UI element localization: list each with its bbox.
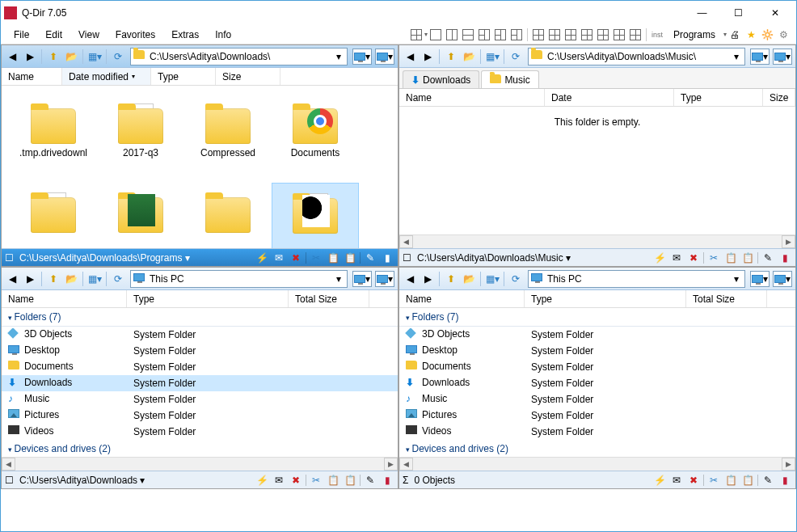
layout-4-button[interactable] [409, 27, 424, 42]
copy-icon[interactable]: 📋 [723, 251, 738, 265]
status-checkbox[interactable]: ☐ [5, 475, 14, 486]
refresh-button[interactable]: ⟳ [110, 271, 126, 287]
flash-icon[interactable]: ⚡ [255, 473, 269, 488]
group-header[interactable]: Devices and drives (2) [2, 440, 398, 457]
content-area[interactable]: Folders (7) 3D Objects System Folder Des… [2, 308, 398, 457]
folder-item[interactable] [97, 183, 184, 248]
scroll-left[interactable]: ◀ [399, 235, 413, 248]
scroll-left[interactable]: ◀ [399, 458, 413, 471]
view-mode-1[interactable]: ▾ [750, 271, 770, 287]
layout-3b-button[interactable] [493, 27, 508, 42]
delete-icon[interactable]: ✖ [289, 251, 303, 265]
address-dropdown[interactable]: ▾ [333, 273, 344, 285]
content-area[interactable]: .tmp.drivedownl 2017-q3 Compressed Docum… [2, 86, 398, 248]
horizontal-scrollbar[interactable]: ◀ ▶ [399, 457, 795, 471]
marker-icon[interactable]: ▮ [380, 473, 394, 488]
layout-2v-button[interactable] [445, 27, 459, 42]
list-row[interactable]: 3D Objects System Folder [2, 327, 398, 343]
delete-icon[interactable]: ✖ [289, 473, 303, 488]
folder-item[interactable]: 2017-q3 [97, 94, 184, 183]
back-button[interactable]: ◀ [4, 49, 20, 65]
refresh-button[interactable]: ⟳ [110, 49, 126, 65]
column-name[interactable]: Name [399, 290, 525, 307]
list-row[interactable]: ♪Music System Folder [399, 391, 795, 407]
list-row[interactable]: ♪Music System Folder [2, 391, 398, 407]
scroll-right[interactable]: ▶ [782, 235, 795, 248]
view-mode-2[interactable]: ▾ [375, 271, 394, 287]
forward-button[interactable]: ▶ [420, 271, 436, 287]
up-button[interactable]: ⬆ [45, 271, 61, 287]
tab-music[interactable]: Music [481, 70, 538, 88]
address-bar[interactable]: C:\Users\Aditya\Downloads\ ▾ [130, 48, 348, 65]
content-area[interactable]: Folders (7) 3D Objects System Folder Des… [399, 308, 795, 457]
view-mode-1[interactable]: ▾ [352, 49, 372, 65]
list-row[interactable]: Documents System Folder [2, 359, 398, 375]
list-row[interactable]: Pictures System Folder [399, 407, 795, 424]
folder-item[interactable]: Documents [272, 94, 359, 183]
marker-icon[interactable]: ▮ [778, 251, 792, 265]
edit-icon[interactable]: ✎ [761, 473, 775, 488]
horizontal-scrollbar[interactable]: ◀ ▶ [399, 234, 795, 248]
cut-icon[interactable]: ✂ [706, 473, 721, 488]
layout-q6-button[interactable] [612, 27, 626, 42]
list-row[interactable]: Desktop System Folder [399, 343, 795, 359]
list-row[interactable]: Pictures System Folder [2, 407, 398, 424]
edit-icon[interactable]: ✎ [363, 251, 377, 265]
column-type[interactable]: Type [127, 290, 289, 307]
layout-q5-button[interactable] [596, 27, 610, 42]
view-mode-2[interactable]: ▾ [773, 271, 792, 287]
list-row[interactable]: ⬇Downloads System Folder [2, 375, 398, 391]
view-mode-2[interactable]: ▾ [375, 49, 394, 65]
group-header[interactable]: Folders (7) [2, 308, 398, 327]
paste-icon[interactable]: 📋 [343, 251, 357, 265]
copy-icon[interactable]: 📋 [326, 251, 340, 265]
refresh-button[interactable]: ⟳ [508, 271, 524, 287]
column-total-size[interactable]: Total Size [289, 290, 369, 307]
wand-icon[interactable]: 🔆 [760, 27, 774, 42]
column-date-modified[interactable]: Date modified ▾ [62, 68, 151, 85]
tab-downloads[interactable]: ⬇Downloads [403, 70, 479, 88]
layout-3a-button[interactable] [477, 27, 491, 42]
column-size[interactable]: Size [216, 68, 280, 85]
views-button[interactable]: ▦▾ [484, 271, 500, 287]
print-icon[interactable]: 🖨 [727, 27, 742, 42]
views-button[interactable]: ▦▾ [86, 271, 103, 287]
list-row[interactable]: 3D Objects System Folder [399, 327, 795, 343]
folder-item[interactable] [184, 183, 272, 248]
column-type[interactable]: Type [674, 89, 763, 106]
explore-button[interactable]: 📂 [63, 49, 79, 65]
edit-icon[interactable]: ✎ [761, 251, 775, 265]
scroll-right[interactable]: ▶ [384, 458, 398, 471]
address-bar[interactable]: C:\Users\Aditya\Downloads\Music\ ▾ [528, 48, 745, 65]
explore-button[interactable]: 📂 [461, 49, 477, 65]
flash-icon[interactable]: ⚡ [652, 473, 667, 488]
mail-icon[interactable]: ✉ [669, 473, 684, 488]
folder-item[interactable]: Compressed [184, 94, 272, 183]
address-bar[interactable]: This PC ▾ [130, 270, 348, 288]
group-header[interactable]: Folders (7) [399, 308, 795, 327]
paste-icon[interactable]: 📋 [343, 473, 357, 488]
column-date[interactable]: Date [545, 89, 674, 106]
column-type[interactable]: Type [151, 68, 216, 85]
mail-icon[interactable]: ✉ [272, 473, 286, 488]
group-header[interactable]: Devices and drives (2) [399, 440, 795, 457]
maximize-button[interactable]: ☐ [720, 2, 757, 24]
forward-button[interactable]: ▶ [22, 271, 38, 287]
marker-icon[interactable]: ▮ [380, 251, 394, 265]
forward-button[interactable]: ▶ [22, 49, 38, 65]
views-button[interactable]: ▦▾ [484, 49, 500, 65]
folder-item[interactable] [272, 183, 359, 248]
layout-3c-button[interactable] [509, 27, 524, 42]
layout-q2-button[interactable] [547, 27, 562, 42]
scroll-left[interactable]: ◀ [2, 458, 15, 471]
scroll-right[interactable]: ▶ [782, 458, 795, 471]
view-mode-1[interactable]: ▾ [352, 271, 372, 287]
star-icon[interactable]: ★ [744, 27, 758, 42]
layout-q7-button[interactable] [628, 27, 643, 42]
menu-view[interactable]: View [70, 27, 108, 43]
column-total-size[interactable]: Total Size [686, 290, 767, 307]
folder-item[interactable] [10, 183, 97, 248]
minimize-button[interactable]: — [684, 2, 720, 24]
inst-icon[interactable]: inst [650, 27, 664, 42]
list-row[interactable]: Documents System Folder [399, 359, 795, 375]
